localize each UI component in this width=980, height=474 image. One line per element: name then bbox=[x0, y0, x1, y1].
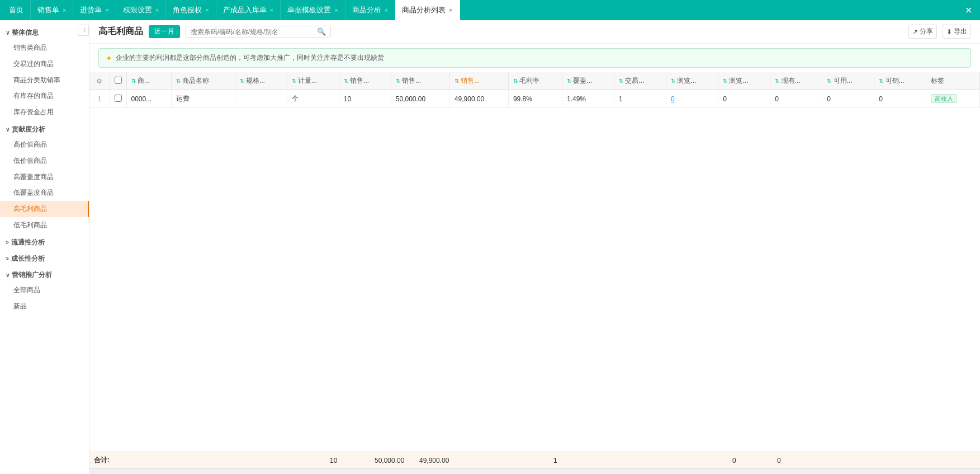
row-unit: 个 bbox=[287, 90, 339, 108]
sidebar-group-贡献度分析[interactable]: ∨贡献度分析 bbox=[0, 120, 89, 137]
tip-text: 企业的主要的利润都是这部分商品创造的，可考虑加大推广，同时关注库存是不要出现缺货 bbox=[116, 53, 384, 63]
table-header-row: ⚙ ⇅ 商... ⇅ 商品名称 ⇅ 规格... ⇅ 计量... ⇅ 销售... … bbox=[89, 72, 980, 90]
row-available: 0 bbox=[822, 90, 874, 108]
main-layout: 《 ∨整体信息销售类商品交易过的商品商品分类助销率有库存的商品库存资金占用∨贡献… bbox=[0, 20, 980, 474]
close-tab-button[interactable]: × bbox=[334, 7, 338, 13]
filter-period-button[interactable]: 近一月 bbox=[149, 25, 180, 38]
row-spec bbox=[235, 90, 287, 108]
th-name[interactable]: ⇅ 商品名称 bbox=[171, 72, 235, 90]
sidebar-item-低价值商品[interactable]: 低价值商品 bbox=[0, 153, 89, 169]
sidebar-item-商品分类助销率[interactable]: 商品分类助销率 bbox=[0, 72, 89, 88]
close-tab-button[interactable]: × bbox=[155, 7, 159, 13]
sidebar-group-成长性分析[interactable]: >成长性分析 bbox=[0, 250, 89, 266]
th-transaction[interactable]: ⇅ 交易... bbox=[614, 72, 666, 90]
select-all-checkbox[interactable] bbox=[115, 77, 122, 84]
share-button[interactable]: ↗ 分享 bbox=[908, 25, 937, 39]
search-icon[interactable]: 🔍 bbox=[317, 27, 326, 36]
row-browse2: 0 bbox=[718, 90, 770, 108]
nav-tab-单据模板设置[interactable]: 单据模板设置× bbox=[281, 0, 345, 20]
row-name: 运费 bbox=[171, 90, 235, 108]
content-area: 高毛利商品 近一月 🔍 ↗ 分享 ⬇ 导出 ✦ 企业的主要的利润都是这部分商品创… bbox=[89, 20, 980, 474]
table-footer: 合计: 10 50,000.00 49,900.00 1 0 0 bbox=[89, 452, 980, 468]
close-tab-button[interactable]: × bbox=[205, 7, 209, 13]
nav-tab-销售单[interactable]: 销售单× bbox=[31, 0, 73, 20]
sidebar-item-全部商品[interactable]: 全部商品 bbox=[0, 282, 89, 298]
footer-available: 0 bbox=[728, 457, 773, 464]
nav-tab-商品分析列表[interactable]: 商品分析列表× bbox=[395, 0, 460, 20]
close-tab-button[interactable]: × bbox=[105, 7, 108, 13]
group-arrow-icon: ∨ bbox=[6, 126, 10, 133]
sidebar-item-新品[interactable]: 新品 bbox=[0, 298, 89, 315]
row-current: 0 bbox=[770, 90, 822, 108]
share-icon: ↗ bbox=[912, 28, 918, 36]
row-code: 0000... bbox=[126, 90, 171, 108]
sidebar-item-销售类商品[interactable]: 销售类商品 bbox=[0, 40, 89, 56]
nav-tab-权限设置[interactable]: 权限设置× bbox=[116, 0, 166, 20]
nav-tab-角色授权[interactable]: 角色授权× bbox=[166, 0, 216, 20]
row-checkbox-cell[interactable] bbox=[110, 90, 126, 108]
th-sales3[interactable]: ⇅ 销售... bbox=[449, 72, 508, 90]
th-browse1[interactable]: ⇅ 浏览... bbox=[666, 72, 718, 90]
group-arrow-icon: > bbox=[6, 240, 9, 246]
sidebar-group-流通性分析[interactable]: >流通性分析 bbox=[0, 233, 89, 250]
table-row: 1 0000... 运费 个 10 50,000.00 49,900.00 99… bbox=[89, 90, 980, 108]
th-sales2[interactable]: ⇅ 销售... bbox=[391, 72, 449, 90]
sidebar-item-低毛利商品[interactable]: 低毛利商品 bbox=[0, 217, 89, 233]
footer-saleable: 0 bbox=[773, 457, 817, 464]
th-code[interactable]: ⇅ 商... bbox=[126, 72, 171, 90]
th-current[interactable]: ⇅ 现有... bbox=[770, 72, 822, 90]
close-tab-button[interactable]: × bbox=[63, 7, 66, 13]
th-sales1[interactable]: ⇅ 销售... bbox=[339, 72, 391, 90]
search-input[interactable] bbox=[191, 28, 317, 36]
close-tab-button[interactable]: × bbox=[449, 7, 452, 13]
footer-sales2: 50,000.00 bbox=[370, 457, 415, 464]
th-saleable[interactable]: ⇅ 可销... bbox=[874, 72, 926, 90]
sidebar-group-整体信息[interactable]: ∨整体信息 bbox=[0, 24, 89, 40]
sidebar-item-有库存的商品[interactable]: 有库存的商品 bbox=[0, 88, 89, 104]
sidebar: 《 ∨整体信息销售类商品交易过的商品商品分类助销率有库存的商品库存资金占用∨贡献… bbox=[0, 20, 89, 474]
bottom-scrollbar[interactable] bbox=[89, 468, 980, 474]
row-browse1[interactable]: 0 bbox=[666, 90, 718, 108]
data-table: ⚙ ⇅ 商... ⇅ 商品名称 ⇅ 规格... ⇅ 计量... ⇅ 销售... … bbox=[89, 72, 980, 108]
th-spec[interactable]: ⇅ 规格... bbox=[235, 72, 287, 90]
th-checkbox[interactable] bbox=[110, 72, 126, 90]
row-num: 1 bbox=[89, 90, 110, 108]
close-tab-button[interactable]: × bbox=[270, 7, 273, 13]
row-tag: 高收入 bbox=[926, 90, 980, 108]
table-wrap: ⚙ ⇅ 商... ⇅ 商品名称 ⇅ 规格... ⇅ 计量... ⇅ 销售... … bbox=[89, 72, 980, 452]
th-gross-rate[interactable]: ⇅ 毛利率 bbox=[508, 72, 562, 90]
footer-transaction: 1 bbox=[549, 457, 594, 464]
nav-tab-首页[interactable]: 首页 bbox=[2, 0, 31, 20]
sidebar-collapse-button[interactable]: 《 bbox=[78, 25, 89, 36]
th-available[interactable]: ⇅ 可用... bbox=[822, 72, 874, 90]
row-sales3: 49,900.00 bbox=[449, 90, 508, 108]
export-icon: ⬇ bbox=[946, 28, 952, 36]
sidebar-item-高价值商品[interactable]: 高价值商品 bbox=[0, 137, 89, 153]
group-arrow-icon: ∨ bbox=[6, 272, 10, 278]
sidebar-item-高毛利商品[interactable]: 高毛利商品 bbox=[0, 201, 89, 217]
footer-sales1: 10 bbox=[325, 457, 370, 464]
th-browse2[interactable]: ⇅ 浏览... bbox=[718, 72, 770, 90]
nav-tab-进货单[interactable]: 进货单× bbox=[73, 0, 116, 20]
sidebar-item-交易过的商品[interactable]: 交易过的商品 bbox=[0, 56, 89, 72]
sidebar-item-低覆盖度商品[interactable]: 低覆盖度商品 bbox=[0, 185, 89, 201]
nav-tab-商品分析[interactable]: 商品分析× bbox=[345, 0, 395, 20]
row-gross-rate: 99.8% bbox=[508, 90, 562, 108]
th-tag[interactable]: 标签 bbox=[926, 72, 980, 90]
nav-tab-产成品入库单[interactable]: 产成品入库单× bbox=[216, 0, 281, 20]
close-all-button[interactable]: ✕ bbox=[959, 5, 978, 16]
sidebar-item-高覆盖度商品[interactable]: 高覆盖度商品 bbox=[0, 169, 89, 185]
th-settings[interactable]: ⚙ bbox=[89, 72, 110, 90]
th-coverage[interactable]: ⇅ 覆盖... bbox=[562, 72, 614, 90]
row-checkbox[interactable] bbox=[115, 95, 122, 102]
export-button[interactable]: ⬇ 导出 bbox=[943, 25, 971, 39]
search-box: 🔍 bbox=[186, 26, 331, 37]
th-unit[interactable]: ⇅ 计量... bbox=[287, 72, 339, 90]
row-transaction: 1 bbox=[614, 90, 666, 108]
close-tab-button[interactable]: × bbox=[385, 7, 388, 13]
header-actions: ↗ 分享 ⬇ 导出 bbox=[908, 25, 971, 39]
content-header: 高毛利商品 近一月 🔍 ↗ 分享 ⬇ 导出 bbox=[89, 20, 980, 44]
page-title: 高毛利商品 bbox=[98, 26, 143, 37]
sidebar-item-库存资金占用[interactable]: 库存资金占用 bbox=[0, 104, 89, 120]
sidebar-group-营销推广分析[interactable]: ∨营销推广分析 bbox=[0, 266, 89, 282]
